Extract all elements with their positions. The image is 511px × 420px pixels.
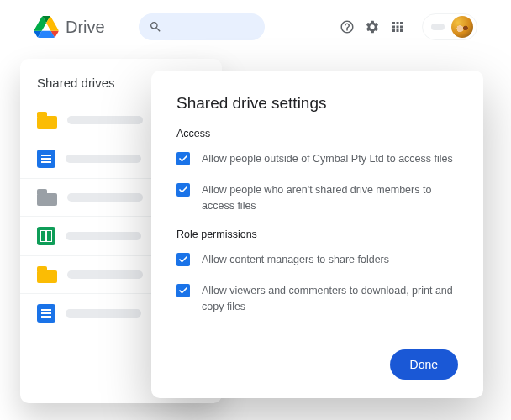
drive-name-placeholder <box>67 270 143 279</box>
access-option: Allow people who aren't shared drive mem… <box>176 182 458 214</box>
drive-name-placeholder <box>66 232 141 240</box>
drive-name-placeholder <box>66 155 141 163</box>
docs-icon <box>37 150 55 168</box>
drive-icon <box>34 16 59 38</box>
checkbox[interactable] <box>176 253 190 266</box>
search-icon <box>149 20 162 34</box>
modal-title: Shared drive settings <box>176 94 458 113</box>
option-label: Allow content managers to share folders <box>202 252 389 268</box>
checkbox[interactable] <box>176 284 190 297</box>
drive-name-placeholder <box>67 193 143 202</box>
drive-name: Drive <box>66 18 105 37</box>
topbar-icons <box>340 13 477 40</box>
account-chip[interactable] <box>422 13 477 40</box>
option-label: Allow viewers and commenters to download… <box>202 283 458 315</box>
avatar <box>451 16 473 38</box>
search-input[interactable] <box>139 13 265 40</box>
drive-name-placeholder <box>67 116 143 124</box>
done-button[interactable]: Done <box>390 349 458 380</box>
apps-icon[interactable] <box>390 19 405 34</box>
docs-icon <box>37 304 55 323</box>
settings-icon[interactable] <box>365 19 380 34</box>
sheets-icon <box>37 227 55 245</box>
option-label: Allow people who aren't shared drive mem… <box>202 182 458 214</box>
help-icon[interactable] <box>340 19 355 34</box>
option-label: Allow people outside of Cymbal Pty Ltd t… <box>202 151 453 167</box>
role-section-label: Role permissions <box>176 228 458 240</box>
role-option: Allow viewers and commenters to download… <box>176 283 458 315</box>
shared-drive-settings-modal: Shared drive settings Access Allow peopl… <box>151 71 483 398</box>
checkbox[interactable] <box>176 152 190 165</box>
folder-icon <box>37 266 57 283</box>
role-option: Allow content managers to share folders <box>176 252 458 268</box>
drive-name-placeholder <box>66 309 141 318</box>
folder-icon <box>37 112 57 129</box>
account-label-placeholder <box>431 24 445 30</box>
access-section-label: Access <box>176 128 458 139</box>
folder-icon <box>37 189 57 206</box>
checkbox[interactable] <box>176 183 190 197</box>
topbar: Drive <box>0 0 511 54</box>
access-option: Allow people outside of Cymbal Pty Ltd t… <box>176 151 458 167</box>
drive-logo[interactable]: Drive <box>34 16 105 38</box>
